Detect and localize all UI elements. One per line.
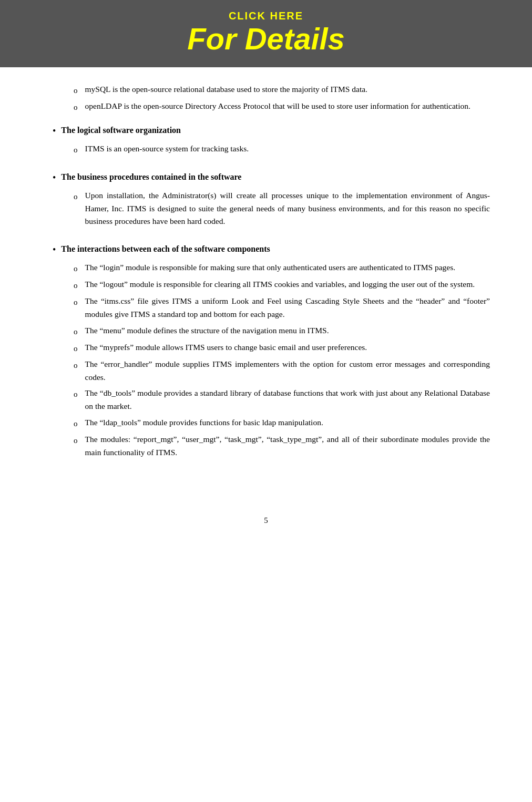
logical-software-heading: The logical software organization <box>61 124 181 137</box>
openldap-text: openLDAP is the open-source Directory Ac… <box>85 100 470 113</box>
intro-section: o mySQL is the open-source relational da… <box>53 83 490 114</box>
interactions-heading: The interactions between each of the sof… <box>61 243 270 255</box>
logical-software-list: o ITMS is an open-source system for trac… <box>74 142 490 156</box>
sub-bullet-icon: o <box>74 417 78 430</box>
interactions-section: • The interactions between each of the s… <box>53 243 490 459</box>
business-procedures-list: o Upon installation, the Administrator(s… <box>74 189 490 228</box>
bullet-icon: • <box>53 171 56 185</box>
list-item: o The “logout” module is responsible for… <box>74 278 490 292</box>
page-number: 5 <box>264 516 268 525</box>
list-item: o The “error_handler” module supplies IT… <box>74 358 490 384</box>
list-item: o The “itms.css” file gives ITMS a unifo… <box>74 295 490 321</box>
itms-tracking-text: ITMS is an open-source system for tracki… <box>85 142 249 156</box>
itms-css-text: The “itms.css” file gives ITMS a uniform… <box>85 295 490 321</box>
list-item: o The “ldap_tools” module provides funct… <box>74 416 490 430</box>
sub-bullet-icon: o <box>74 434 78 447</box>
sub-bullet-icon: o <box>74 388 78 400</box>
list-item: o The modules: “report_mgt”, “user_mgt”,… <box>74 433 490 459</box>
business-procedures-heading: The business procedures contained in the… <box>61 171 241 183</box>
db-tools-text: The “db_tools” module provides a standar… <box>85 387 490 413</box>
business-procedures-section: • The business procedures contained in t… <box>53 171 490 228</box>
page-footer: 5 <box>0 506 532 541</box>
list-item: o ITMS is an open-source system for trac… <box>74 142 490 156</box>
for-details-label: For Details <box>5 22 527 56</box>
click-here-label: CLICK HERE <box>5 9 527 22</box>
sub-bullet-icon: o <box>74 101 78 114</box>
login-module-text: The “login” module is responsible for ma… <box>85 261 456 274</box>
sub-bullet-icon: o <box>74 325 78 338</box>
main-content: o mySQL is the open-source relational da… <box>0 67 532 506</box>
list-item: o The “db_tools” module provides a stand… <box>74 387 490 413</box>
list-item: o The “menu” module defines the structur… <box>74 324 490 338</box>
sub-bullet-icon: o <box>74 143 78 156</box>
interactions-list: o The “login” module is responsible for … <box>74 261 490 459</box>
bullet-icon: • <box>53 243 56 257</box>
logout-module-text: The “logout” module is responsible for c… <box>85 278 475 291</box>
mysql-text: mySQL is the open-source relational data… <box>85 83 367 96</box>
section-heading-row: • The interactions between each of the s… <box>53 243 490 257</box>
menu-module-text: The “menu” module defines the structure … <box>85 324 329 337</box>
ldap-tools-text: The “ldap_tools” module provides functio… <box>85 416 323 429</box>
bullet-icon: • <box>53 124 56 138</box>
list-item: o openLDAP is the open-source Directory … <box>74 100 490 114</box>
sub-bullet-icon: o <box>74 296 78 309</box>
myprefs-module-text: The “myprefs” module allows ITMS users t… <box>85 341 367 354</box>
report-mgt-text: The modules: “report_mgt”, “user_mgt”, “… <box>85 433 490 459</box>
list-item: o The “myprefs” module allows ITMS users… <box>74 341 490 355</box>
sub-bullet-icon: o <box>74 342 78 355</box>
logical-software-section: • The logical software organization o IT… <box>53 124 490 156</box>
sub-bullet-icon: o <box>74 359 78 372</box>
admin-process-text: Upon installation, the Administrator(s) … <box>85 189 490 228</box>
list-item: o mySQL is the open-source relational da… <box>74 83 490 97</box>
header-banner: CLICK HERE For Details <box>0 0 532 67</box>
sub-bullet-icon: o <box>74 279 78 292</box>
list-item: o The “login” module is responsible for … <box>74 261 490 275</box>
sub-bullet-icon: o <box>74 262 78 275</box>
section-heading-row: • The business procedures contained in t… <box>53 171 490 185</box>
section-heading-row: • The logical software organization <box>53 124 490 138</box>
list-item: o Upon installation, the Administrator(s… <box>74 189 490 228</box>
intro-list: o mySQL is the open-source relational da… <box>74 83 490 114</box>
sub-bullet-icon: o <box>74 84 78 97</box>
error-handler-text: The “error_handler” module supplies ITMS… <box>85 358 490 384</box>
sub-bullet-icon: o <box>74 190 78 203</box>
